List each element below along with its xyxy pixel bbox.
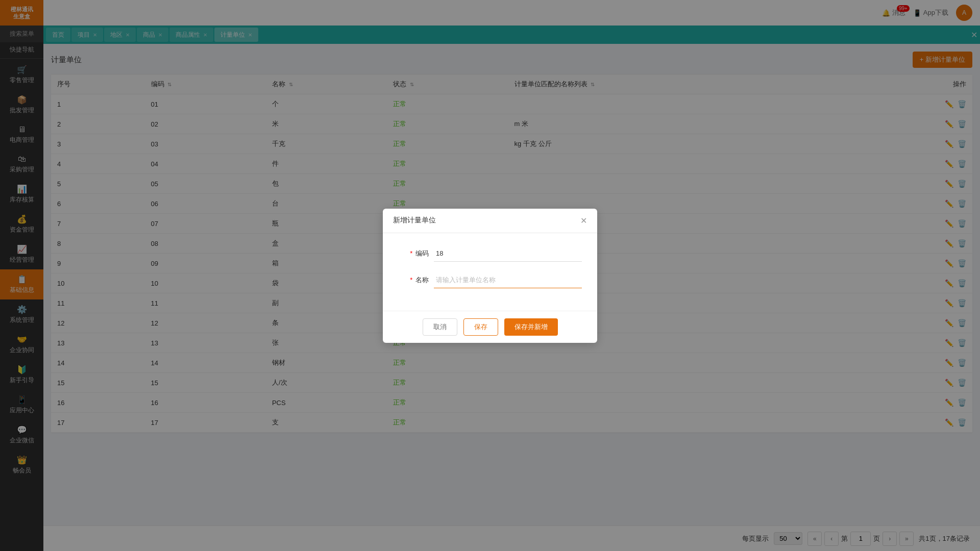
- save-button[interactable]: 保存: [463, 318, 498, 336]
- name-label: * 名称: [398, 276, 429, 285]
- code-label-text: 编码: [415, 249, 429, 257]
- modal-body: * 编码 * 名称: [383, 233, 597, 311]
- code-input[interactable]: [434, 245, 582, 262]
- modal-footer: 取消 保存 保存并新增: [383, 311, 597, 343]
- modal-overlay: 新增计量单位 ✕ * 编码 * 名称 取消 保存 保存并新增: [0, 0, 980, 551]
- required-star: *: [410, 249, 412, 257]
- required-star: *: [410, 276, 412, 284]
- cancel-button[interactable]: 取消: [423, 318, 457, 336]
- name-input[interactable]: [434, 272, 582, 288]
- name-form-row: * 名称: [398, 272, 582, 288]
- modal-header: 新增计量单位 ✕: [383, 209, 597, 233]
- add-unit-modal: 新增计量单位 ✕ * 编码 * 名称 取消 保存 保存并新增: [383, 209, 597, 343]
- code-label: * 编码: [398, 249, 429, 258]
- modal-close-button[interactable]: ✕: [580, 216, 587, 226]
- modal-title: 新增计量单位: [393, 216, 436, 225]
- code-form-row: * 编码: [398, 245, 582, 262]
- save-and-new-button[interactable]: 保存并新增: [504, 318, 558, 336]
- name-label-text: 名称: [415, 276, 429, 284]
